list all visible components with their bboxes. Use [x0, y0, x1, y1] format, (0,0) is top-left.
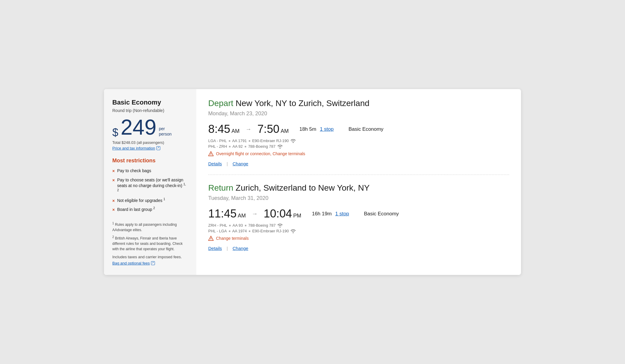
return-date: Tuesday, March 31, 2020 [208, 195, 509, 201]
depart-leg1-details: LGA - PHL ■ AA 1791 ■ E90-Embraer RJ-190 [208, 139, 509, 143]
warning-triangle-icon [208, 236, 214, 241]
depart-fare-class: Basic Economy [349, 126, 383, 132]
footnote-2: 2 British Airways, Finnair and Iberia ha… [112, 236, 188, 252]
return-change-link[interactable]: Change [233, 246, 248, 251]
return-header: Return Zurich, Switzerland to New York, … [208, 183, 509, 193]
depart-warning: Overnight flight or connection, Change t… [208, 151, 509, 156]
svg-point-0 [211, 155, 211, 155]
return-actions: Details | Change [208, 246, 509, 251]
price-tax-link[interactable]: Price and tax information [112, 146, 188, 150]
arrive-time: 7:50 AM [257, 123, 289, 136]
action-separator: | [227, 161, 228, 166]
return-title: Return Zurich, Switzerland to New York, … [208, 183, 509, 193]
bag-fees-link[interactable]: Bag and optional fees [112, 261, 188, 265]
return-time-value: 11:45 [208, 207, 237, 220]
price-dollar-sign: $ [112, 127, 118, 138]
depart-leg2-details: PHL - ZRH ■ AA 92 ■ 788-Boeing 787 [208, 144, 509, 149]
depart-change-link[interactable]: Change [233, 161, 248, 166]
arrive-time-value: 7:50 [257, 123, 279, 136]
action-separator: | [227, 246, 228, 251]
return-warning: Change terminals [208, 236, 509, 241]
list-item: × Board in last group 2 [112, 207, 188, 213]
wifi-icon [277, 144, 283, 149]
footnote-1: 1 Rules apply to all passengers includin… [112, 222, 188, 233]
section-divider [208, 175, 509, 175]
return-fare-class: Basic Economy [364, 211, 399, 217]
return-depart-time: 11:45 AM [208, 207, 246, 220]
return-arrive-value: 10:04 [264, 207, 292, 220]
arrive-ampm: AM [281, 128, 289, 134]
external-link-icon [156, 146, 160, 150]
list-item: × Pay to check bags [112, 168, 188, 174]
depart-date: Monday, March 23, 2020 [208, 111, 509, 117]
return-duration: 16h 19m [312, 211, 332, 217]
depart-times-row: 8:45 AM → 7:50 AM 18h 5m 1 stop Basic Ec… [208, 123, 509, 136]
restrictions-title: Most restrictions [112, 158, 188, 164]
wifi-icon [290, 139, 296, 143]
depart-stops-link[interactable]: 1 stop [320, 126, 334, 132]
depart-section: Depart New York, NY to Zurich, Switzerla… [208, 99, 509, 166]
x-icon: × [112, 168, 115, 174]
price-row: $ 249 perperson [112, 116, 188, 138]
svg-point-1 [211, 239, 211, 240]
depart-duration: 18h 5m [299, 126, 316, 132]
warning-triangle-icon [208, 151, 214, 156]
left-panel: Basic Economy Round trip (Non-refundable… [104, 89, 196, 275]
arrow-icon: → [245, 126, 251, 133]
depart-time: 8:45 AM [208, 123, 240, 136]
return-section: Return Zurich, Switzerland to New York, … [208, 183, 509, 251]
return-leg1-details: ZRH - PHL ■ AA 93 ■ 788-Boeing 787 [208, 223, 509, 228]
return-leg2-details: PHL - LGA ■ AA 1974 ■ E90-Embraer RJ-190 [208, 229, 509, 233]
wifi-icon [277, 223, 283, 228]
main-card: Basic Economy Round trip (Non-refundable… [104, 89, 521, 275]
return-details-link[interactable]: Details [208, 246, 222, 251]
return-arrive-time: 10:04 PM [264, 207, 301, 220]
fare-title: Basic Economy [112, 99, 188, 106]
x-icon: × [112, 198, 115, 204]
depart-time-value: 8:45 [208, 123, 230, 136]
price-amount: 249 [121, 116, 156, 138]
depart-title: Depart New York, NY to Zurich, Switzerla… [208, 99, 509, 108]
list-item: × Not eligible for upgrades 1 [112, 198, 188, 204]
external-link-icon [151, 261, 155, 265]
total-price: Total $248.03 (all passengers) [112, 140, 188, 145]
x-icon: × [112, 178, 115, 183]
depart-details-link[interactable]: Details [208, 161, 222, 166]
round-trip-label: Round trip (Non-refundable) [112, 108, 188, 113]
restriction-list: × Pay to check bags × Pay to choose seat… [112, 168, 188, 216]
wifi-icon [290, 229, 296, 233]
price-per-person: perperson [159, 126, 172, 137]
return-ampm: AM [238, 213, 246, 219]
return-times-row: 11:45 AM → 10:04 PM 16h 19m 1 stop Basic… [208, 207, 509, 220]
return-word: Return [208, 183, 233, 192]
list-item: × Pay to choose seats (or we'll assign s… [112, 177, 188, 195]
depart-header: Depart New York, NY to Zurich, Switzerla… [208, 99, 509, 108]
return-arrive-ampm: PM [293, 213, 301, 219]
x-icon: × [112, 207, 115, 213]
depart-ampm: AM [231, 128, 240, 134]
arrow-icon: → [252, 210, 258, 217]
right-panel: Depart New York, NY to Zurich, Switzerla… [196, 89, 521, 275]
depart-word: Depart [208, 99, 233, 108]
includes-text: Includes taxes and carrier imposed fees. [112, 255, 188, 259]
depart-actions: Details | Change [208, 161, 509, 166]
return-stops-link[interactable]: 1 stop [335, 211, 349, 217]
